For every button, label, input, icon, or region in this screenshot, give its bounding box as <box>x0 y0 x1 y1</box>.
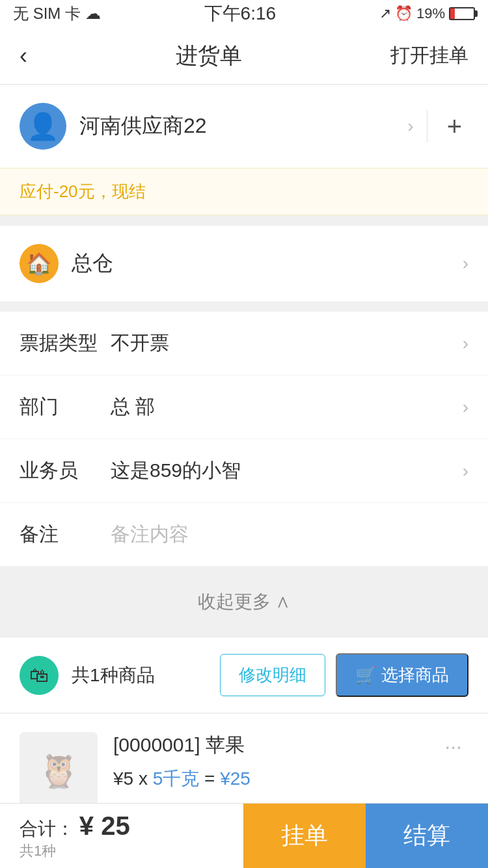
hang-order-button[interactable]: 挂单 <box>243 804 366 869</box>
product-qty: 5千克 <box>153 768 200 789</box>
product-title: 苹果 <box>206 734 245 755</box>
invoice-label: 票据类型 <box>20 330 98 357</box>
products-icon: 🛍 <box>20 656 59 695</box>
products-count: 共1种商品 <box>72 663 220 688</box>
form-row-department[interactable]: 部门 总 部 › <box>0 375 488 439</box>
product-total: ¥25 <box>220 768 251 789</box>
supplier-avatar: 👤 <box>20 103 66 150</box>
price-base: ¥5 x <box>113 768 153 789</box>
status-bar: 无 SIM 卡 ☁ 下午6:16 ↗ ⏰ 19% <box>0 0 488 27</box>
footer: 合计： ¥ 25 共1种 挂单 结算 <box>0 803 488 868</box>
product-name: [0000001] 苹果 <box>113 732 438 759</box>
salesperson-value: 这是859的小智 <box>98 457 456 484</box>
cart-icon: 🛒 <box>355 665 376 685</box>
form-row-salesperson[interactable]: 业务员 这是859的小智 › <box>0 439 488 502</box>
form-row-remark[interactable]: 备注 备注内容 <box>0 502 488 566</box>
supplier-name: 河南供应商22 <box>79 112 401 141</box>
total-amount: ¥ 25 <box>79 811 130 840</box>
chevron-right-icon: › <box>463 461 468 481</box>
form-row-invoice[interactable]: 票据类型 不开票 › <box>0 312 488 375</box>
supplier-section: 👤 河南供应商22 › + 应付-20元，现结 <box>0 85 488 215</box>
nav-bar: ‹ 进货单 打开挂单 <box>0 27 488 85</box>
edit-detail-button[interactable]: 修改明细 <box>220 654 325 696</box>
product-id: [0000001] <box>113 734 200 755</box>
chevron-right-icon: › <box>463 253 468 274</box>
select-product-button[interactable]: 🛒 选择商品 <box>336 653 468 697</box>
invoice-value: 不开票 <box>98 330 456 357</box>
status-left: 无 SIM 卡 ☁ <box>13 3 101 24</box>
section-gap <box>0 627 488 638</box>
back-button[interactable]: ‹ <box>20 42 27 70</box>
warehouse-section: 🏠 总仓 › <box>0 226 488 301</box>
remark-input[interactable]: 备注内容 <box>98 521 468 548</box>
collapse-button[interactable]: 收起更多 ∧ <box>0 576 488 627</box>
department-value: 总 部 <box>98 394 456 420</box>
checkout-button[interactable]: 结算 <box>366 804 488 869</box>
chevron-right-icon: › <box>463 333 468 354</box>
sim-status: 无 SIM 卡 ☁ <box>13 3 101 24</box>
product-thumb-icon: 🦉 <box>38 752 79 790</box>
warehouse-name: 总仓 <box>72 249 456 278</box>
remark-label: 备注 <box>20 521 98 548</box>
status-time: 下午6:16 <box>204 1 277 26</box>
salesperson-label: 业务员 <box>20 457 98 484</box>
form-section: 票据类型 不开票 › 部门 总 部 › 业务员 这是859的小智 › 备注 备注… <box>0 312 488 566</box>
department-label: 部门 <box>20 394 98 420</box>
footer-total: 合计： ¥ 25 共1种 <box>0 811 243 861</box>
footer-total-row: 合计： ¥ 25 <box>20 811 224 841</box>
avatar-icon: 👤 <box>27 111 59 142</box>
chevron-right-icon: › <box>463 397 468 418</box>
chevron-right-icon: › <box>407 116 413 137</box>
warehouse-icon: 🏠 <box>20 244 59 283</box>
page-title: 进货单 <box>176 41 242 71</box>
product-thumbnail: 🦉 <box>20 732 98 810</box>
info-banner: 应付-20元，现结 <box>0 168 488 215</box>
location-icon: ↗ <box>379 5 391 22</box>
supplier-row[interactable]: 👤 河南供应商22 › + <box>0 85 488 168</box>
alarm-icon: ⏰ <box>395 5 413 22</box>
price-equals: = <box>199 768 220 789</box>
total-label: 合计： <box>20 819 74 839</box>
open-hang-button[interactable]: 打开挂单 <box>390 42 468 69</box>
warehouse-row[interactable]: 🏠 总仓 › <box>0 226 488 301</box>
battery-icon <box>449 7 475 20</box>
more-options-button[interactable]: ··· <box>438 732 468 761</box>
total-count: 共1种 <box>20 841 224 861</box>
add-supplier-button[interactable]: + <box>441 105 468 148</box>
vertical-divider <box>427 110 427 142</box>
battery-text: 19% <box>416 5 445 22</box>
products-header: 🛍 共1种商品 修改明细 🛒 选择商品 <box>0 638 488 712</box>
product-info: [0000001] 苹果 ¥5 x 5千克 = ¥25 <box>113 732 438 791</box>
status-right: ↗ ⏰ 19% <box>379 5 475 22</box>
select-product-label: 选择商品 <box>381 664 449 686</box>
product-price: ¥5 x 5千克 = ¥25 <box>113 766 438 791</box>
